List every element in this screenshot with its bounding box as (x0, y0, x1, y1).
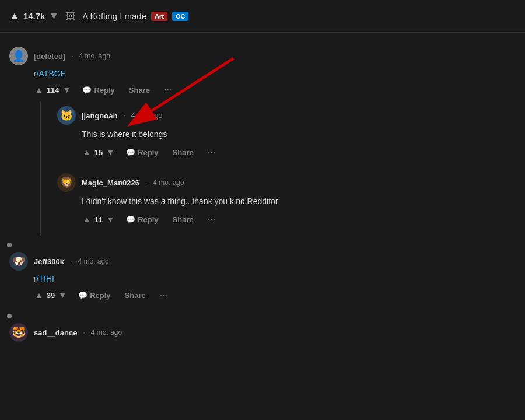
comment-body-jeff300k: r/TIHI (34, 274, 516, 284)
vote-count-deleted: 114 (47, 86, 60, 94)
vote-row-deleted[interactable]: ▲ 114 ▼ (34, 84, 72, 96)
comment-header-magic-man: 🦁 Magic_Man0226 · 4 mo. ago (57, 173, 506, 192)
subreddit-link-tihi[interactable]: r/TIHI (34, 274, 54, 284)
vote-count-jjangnoah: 15 (94, 148, 103, 157)
actions-deleted: ▲ 114 ▼ 💬 Reply Share ··· (34, 83, 516, 97)
comments-section: 👤 [deleted] · 4 mo. ago r/ATBGE ▲ 114 ▼ … (0, 33, 525, 359)
upvote-btn-deleted[interactable]: ▲ (34, 84, 44, 96)
more-btn-deleted[interactable]: ··· (160, 83, 175, 97)
comment-header-deleted: 👤 [deleted] · 4 mo. ago (9, 47, 516, 65)
downvote-btn-jjangnoah[interactable]: ▼ (105, 146, 116, 158)
post-title: A Koffing I made Art OC (82, 11, 188, 21)
username-deleted[interactable]: [deleted] (34, 52, 65, 61)
actions-jeff300k: ▲ 39 ▼ 💬 Reply Share ··· (34, 288, 516, 302)
reply-btn-jjangnoah[interactable]: 💬 Reply (123, 146, 162, 159)
username-jjangnoah[interactable]: jjangnoah (82, 111, 117, 120)
comment-jjangnoah: 🐱 jjangnoah · 4 mo. ago This is where it… (48, 102, 516, 169)
username-jeff300k[interactable]: Jeff300k (34, 257, 64, 266)
reply-btn-deleted[interactable]: 💬 Reply (79, 84, 118, 96)
actions-magic-man: ▲ 11 ▼ 💬 Reply Share ··· (82, 212, 506, 226)
share-btn-jjangnoah[interactable]: Share (169, 146, 197, 159)
downvote-btn-deleted[interactable]: ▼ (62, 84, 72, 96)
comment-header-sad-dance: 🐯 sad__dance · 4 mo. ago (9, 323, 516, 342)
username-magic-man[interactable]: Magic_Man0226 (82, 178, 139, 187)
upvote-btn-jjangnoah[interactable]: ▲ (82, 146, 92, 158)
post-vote-count: 14.7k (23, 11, 46, 21)
avatar-sad-dance: 🐯 (9, 323, 28, 342)
actions-jjangnoah: ▲ 15 ▼ 💬 Reply Share ··· (82, 145, 506, 159)
upvote-btn-jeff300k[interactable]: ▲ (34, 289, 44, 301)
comment-body-magic-man: I didn't know this was a thing...thank y… (82, 195, 506, 226)
action-row-deleted: ▲ 114 ▼ 💬 Reply Share ··· (34, 83, 516, 97)
share-btn-magic-man[interactable]: Share (169, 214, 197, 226)
vote-count-magic-man: 11 (94, 215, 103, 224)
upvote-icon[interactable]: ▲ (9, 10, 20, 22)
timestamp-jjangnoah: 4 mo. ago (131, 111, 162, 120)
downvote-icon[interactable]: ▼ (48, 10, 59, 22)
comment-header-jeff300k: 🐶 Jeff300k · 4 mo. ago (9, 252, 516, 271)
action-row-jeff300k: ▲ 39 ▼ 💬 Reply Share ··· (34, 288, 516, 302)
share-btn-jeff300k[interactable]: Share (121, 289, 149, 302)
comment-sad-dance: 🐯 sad__dance · 4 mo. ago (0, 316, 525, 350)
comment-body-jjangnoah: This is where it belongs ▲ 15 ▼ 💬 Reply (82, 128, 506, 159)
username-sad-dance[interactable]: sad__dance (34, 328, 77, 337)
timestamp-jeff300k: 4 mo. ago (78, 257, 108, 265)
reply-btn-magic-man[interactable]: 💬 Reply (123, 214, 162, 226)
avatar-jeff300k: 🐶 (9, 252, 28, 271)
more-btn-jeff300k[interactable]: ··· (156, 288, 171, 302)
downvote-btn-jeff300k[interactable]: ▼ (57, 289, 68, 301)
subreddit-link-atbge[interactable]: r/ATBGE (34, 69, 66, 78)
upvote-btn-magic-man[interactable]: ▲ (82, 214, 92, 225)
reply-icon-jjangnoah: 💬 (126, 148, 135, 157)
avatar-jjangnoah: 🐱 (57, 106, 76, 125)
flair-oc: OC (172, 12, 189, 21)
share-btn-deleted[interactable]: Share (125, 84, 153, 96)
top-bar: ▲ 14.7k ▼ 🖼 A Koffing I made Art OC (0, 0, 525, 33)
flair-art: Art (151, 12, 167, 21)
post-vote-area[interactable]: ▲ 14.7k ▼ (9, 10, 59, 22)
timestamp-magic-man: 4 mo. ago (153, 178, 184, 187)
avatar-magic-man: 🦁 (57, 173, 76, 192)
nested-comments: 🐱 jjangnoah · 4 mo. ago This is where it… (40, 102, 516, 236)
comment-jeff300k: 🐶 Jeff300k · 4 mo. ago r/TIHI ▲ 39 ▼ 💬 R… (0, 245, 525, 312)
comment-text-magic-man: I didn't know this was a thing...thank y… (82, 195, 506, 208)
vote-row-jeff300k[interactable]: ▲ 39 ▼ (34, 289, 68, 301)
more-btn-magic-man[interactable]: ··· (204, 212, 219, 226)
reply-icon-jeff300k: 💬 (78, 291, 88, 300)
comment-magic-man: 🦁 Magic_Man0226 · 4 mo. ago I didn't kno… (48, 169, 516, 236)
vote-count-jeff300k: 39 (47, 291, 55, 300)
avatar-icon-deleted: 👤 (12, 50, 25, 62)
avatar-deleted: 👤 (9, 47, 28, 65)
downvote-btn-magic-man[interactable]: ▼ (105, 214, 116, 225)
timestamp-deleted: · (71, 52, 73, 60)
comment-body-deleted: r/ATBGE (34, 69, 516, 78)
vote-row-magic-man[interactable]: ▲ 11 ▼ (82, 214, 116, 225)
timestamp-sad-dance: 4 mo. ago (91, 328, 122, 337)
comment-header-jjangnoah: 🐱 jjangnoah · 4 mo. ago (57, 106, 506, 125)
vote-row-jjangnoah[interactable]: ▲ 15 ▼ (82, 146, 116, 158)
gallery-icon: 🖼 (66, 11, 75, 22)
reply-icon-deleted: 💬 (82, 86, 92, 94)
timestamp-deleted-time: 4 mo. ago (79, 52, 110, 60)
comment-text-jjangnoah: This is where it belongs (82, 128, 506, 141)
comment-deleted: 👤 [deleted] · 4 mo. ago r/ATBGE ▲ 114 ▼ … (0, 42, 525, 240)
more-btn-jjangnoah[interactable]: ··· (204, 145, 219, 159)
reply-btn-jeff300k[interactable]: 💬 Reply (75, 289, 114, 302)
reply-icon-magic-man: 💬 (126, 215, 135, 224)
